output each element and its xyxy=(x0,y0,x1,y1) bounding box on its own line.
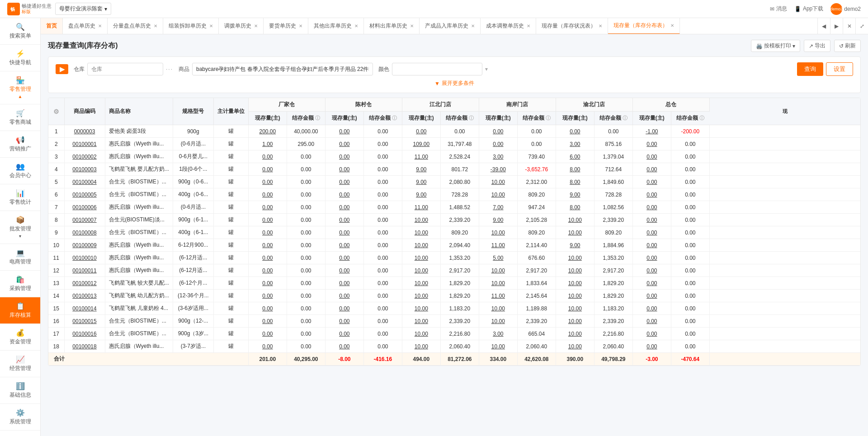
table-row: 16 00100015 合生元（BIOSTIME）... 900g（12-...… xyxy=(48,315,860,328)
tab-home[interactable]: 首页 xyxy=(41,18,63,34)
warehouse-input[interactable] xyxy=(87,63,163,75)
tab-close-material-out[interactable]: ✕ xyxy=(410,23,414,28)
sidebar-item-finance[interactable]: 💰 资金管理 xyxy=(0,324,40,351)
sidebar-item-enterprise[interactable]: 🤝 企业协同 xyxy=(0,431,40,436)
tab-close-combo-teardown[interactable]: ✕ xyxy=(209,23,213,28)
tab-other-out[interactable]: 其他出库单历史 ✕ xyxy=(308,18,364,34)
sidebar-item-basic-info[interactable]: ℹ️ 基础信息 xyxy=(0,377,40,404)
shop-icon: 🏪 xyxy=(2,76,38,84)
cell-w2-qty: 0.00 xyxy=(325,138,363,150)
sidebar-item-search[interactable]: 🔍 搜索英单 xyxy=(0,18,40,45)
cell-w4-amt: 947.24 xyxy=(517,201,556,214)
tab-transfer[interactable]: 调拨单历史 ✕ xyxy=(219,18,264,34)
cell-w4-amt: 739.40 xyxy=(517,150,556,163)
warehouse-more-btn[interactable]: ··· xyxy=(166,66,173,72)
tab-stock-status[interactable]: 现存量（库存状况表） ✕ xyxy=(536,18,608,34)
cell-w4-amt: 0.00 xyxy=(517,125,556,138)
tab-close-cost-adj[interactable]: ✕ xyxy=(527,23,530,28)
sidebar-item-member[interactable]: 👥 会员中心 xyxy=(0,158,40,184)
cell-w5-amt: 1,353.20 xyxy=(594,252,632,264)
cell-name: 惠氏启腺（Wyeth illu... xyxy=(105,138,173,150)
table-row: 15 00100014 飞鹤星飞帆 儿童奶粉 4... (3-6岁适用... 罐… xyxy=(48,302,860,315)
tab-close-inventory-single[interactable]: ✕ xyxy=(98,23,102,28)
sidebar-item-retail-mall[interactable]: 🛒 零售商城 xyxy=(0,104,40,131)
cell-code: 00100018 xyxy=(64,340,105,353)
expand-more-btn[interactable]: ▼ 展开更多条件 xyxy=(434,80,474,87)
sidebar-item-ecommerce[interactable]: 💻 电商管理 xyxy=(0,244,40,271)
goods-input[interactable] xyxy=(192,63,373,75)
sidebar-item-quicknav[interactable]: ⚡ 快捷导航 xyxy=(0,45,40,71)
col-subheader-w1-amt: 结存金额 ⓘ xyxy=(287,112,325,125)
cell-no: 1 xyxy=(48,125,64,138)
sidebar-item-marketing[interactable]: 📢 营销推广 xyxy=(0,131,40,158)
col-header-chen: 陈村仓 xyxy=(325,98,402,112)
tab-product-in[interactable]: 产成品入库单历史 ✕ xyxy=(420,18,481,34)
sidebar-item-retail-stats[interactable]: 📊 零售统计 xyxy=(0,184,40,211)
settings-btn[interactable]: 设置 xyxy=(826,62,853,76)
cell-w5-qty: 10.00 xyxy=(556,252,594,264)
cell-wt-amt: 0.00 xyxy=(671,277,709,290)
info-icon-5[interactable]: ⓘ xyxy=(623,115,627,121)
user-menu[interactable]: demo2 demo2 xyxy=(830,3,861,15)
table-row: 9 00100008 合生元（BIOSTIME）... 400g（6-1... … xyxy=(48,226,860,239)
sidebar-item-operations[interactable]: 📈 经营管理 xyxy=(0,351,40,377)
column-settings-icon[interactable]: ⚙ xyxy=(53,108,59,115)
col-subheader-wt-qty: 现存量(主) xyxy=(632,112,671,125)
sidebar-item-purchase[interactable]: 🛍️ 采购管理 xyxy=(0,271,40,297)
cell-w3-amt: 809.20 xyxy=(440,226,479,239)
sidebar-item-inventory[interactable]: 📋 库存核算 xyxy=(0,297,40,324)
color-dropdown-icon[interactable]: ▾ xyxy=(485,66,488,72)
cell-spec: (6-12个月... xyxy=(173,277,213,290)
tab-expand-btn[interactable]: ⤢ xyxy=(855,18,868,34)
tab-goods-req[interactable]: 要货单历史 ✕ xyxy=(264,18,308,34)
cell-w1-amt: 0.00 xyxy=(287,176,325,188)
info-icon-3[interactable]: ⓘ xyxy=(469,115,474,121)
col-subheader-wt-amt: 结存金额 ⓘ xyxy=(671,112,709,125)
tab-next-btn[interactable]: ▶ xyxy=(830,18,843,34)
print-btn[interactable]: 🖨️ 按模板打印 ▾ xyxy=(751,40,800,52)
cell-w4-qty: 10.00 xyxy=(479,277,517,290)
cell-w3-qty: 10.00 xyxy=(402,226,440,239)
info-icon-6[interactable]: ⓘ xyxy=(699,115,704,121)
tab-close-transfer[interactable]: ✕ xyxy=(254,23,258,28)
tab-close-stock-dist[interactable]: ✕ xyxy=(670,23,674,28)
tab-close-product-in[interactable]: ✕ xyxy=(471,23,475,28)
message-btn[interactable]: ✉ 消息 xyxy=(770,5,787,13)
refresh-btn[interactable]: ↺ 刷新 xyxy=(834,40,861,52)
tab-material-out[interactable]: 材料出库单历史 ✕ xyxy=(364,18,420,34)
tab-stock-dist[interactable]: 现存量（库存分布表） ✕ xyxy=(608,18,680,34)
info-icon-1[interactable]: ⓘ xyxy=(315,115,320,121)
page-actions: 🖨️ 按模板打印 ▾ ↗ 导出 ↺ 刷新 xyxy=(751,40,861,52)
tab-cost-adj[interactable]: 成本调整单历史 ✕ xyxy=(481,18,536,34)
cell-w5-qty: 8.00 xyxy=(556,176,594,188)
tab-inventory-single[interactable]: 盘点单历史 ✕ xyxy=(63,18,108,34)
tab-close-other-out[interactable]: ✕ xyxy=(354,23,358,28)
tab-close-goods-req[interactable]: ✕ xyxy=(299,23,302,28)
app-download-btn[interactable]: 📱 App下载 xyxy=(794,5,823,13)
sidebar-item-system[interactable]: ⚙️ 系统管理 xyxy=(0,404,40,431)
cell-w2-qty: 0.00 xyxy=(325,252,363,264)
cell-w5-qty: 10.00 xyxy=(556,290,594,302)
tab-inventory-sub[interactable]: 分量盘点单历史 ✕ xyxy=(108,18,163,34)
tab-close-inventory-sub[interactable]: ✕ xyxy=(154,23,157,28)
cell-w1-qty: 0.00 xyxy=(248,176,287,188)
tab-close-all-btn[interactable]: ✕ xyxy=(843,18,855,34)
info-icon-4[interactable]: ⓘ xyxy=(546,115,551,121)
export-btn[interactable]: ↗ 导出 xyxy=(804,40,830,52)
cell-w2-qty: 0.00 xyxy=(325,201,363,214)
avatar: demo2 xyxy=(830,3,842,15)
tab-prev-btn[interactable]: ◀ xyxy=(817,18,830,34)
sidebar-item-retail-mgmt[interactable]: 🏪 零售管理 ▲ xyxy=(0,71,40,104)
cell-w2-amt: 0.00 xyxy=(363,125,402,138)
tab-close-stock-status[interactable]: ✕ xyxy=(599,23,602,28)
industry-selector[interactable]: 母婴行业演示陈套 ▾ xyxy=(55,3,111,15)
cell-code: 00100007 xyxy=(64,214,105,226)
color-input[interactable] xyxy=(392,63,482,75)
info-icon-2[interactable]: ⓘ xyxy=(392,115,397,121)
search-trigger[interactable]: ▶ xyxy=(56,64,68,74)
cell-name: 飞鹤星飞帆 幼儿配方奶... xyxy=(105,290,173,302)
tab-combo-teardown[interactable]: 组装拆卸单历史 ✕ xyxy=(163,18,219,34)
sidebar-item-wholesale[interactable]: 📦 批发管理 ▾ xyxy=(0,211,40,244)
query-btn[interactable]: 查询 xyxy=(797,62,823,76)
cell-spec: 6-12月900... xyxy=(173,239,213,252)
